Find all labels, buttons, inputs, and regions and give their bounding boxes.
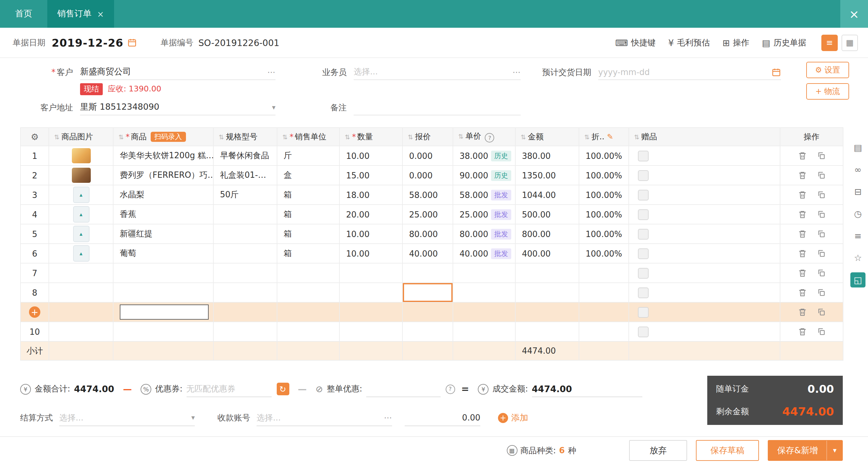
cell-quantity[interactable] [339, 283, 402, 302]
cell-spec[interactable] [213, 283, 277, 302]
cell-unit[interactable]: 箱 [277, 205, 339, 224]
cell-unit[interactable] [277, 322, 339, 341]
cell-spec[interactable]: 早餐休闲食品 [213, 146, 277, 165]
address-field[interactable]: 里斯 18512348090 ▾ [80, 100, 276, 115]
cell-quote[interactable]: 0.000 [402, 146, 453, 165]
cell-unit[interactable]: 箱 [277, 224, 339, 244]
gift-checkbox[interactable] [638, 209, 649, 220]
view-list-toggle[interactable]: ≡ [822, 34, 838, 51]
cell-quantity[interactable]: 10.00 [339, 146, 402, 165]
deal-amount-field[interactable]: 4474.00 [532, 381, 642, 397]
calendar-icon[interactable] [127, 38, 137, 47]
settle-method-select[interactable]: 选择... ▾ [59, 410, 195, 426]
logistics-button[interactable]: +物流 [806, 83, 849, 100]
cell-unit-price[interactable]: 25.000批发 [453, 205, 515, 224]
tab-sales-order[interactable]: 销售订单 × [47, 0, 114, 28]
cell-product-image[interactable]: ▴ [49, 224, 113, 244]
cell-product-image[interactable]: ▴ [49, 244, 113, 263]
view-grid-toggle[interactable]: ▦ [841, 34, 858, 51]
cell-product-image[interactable] [49, 165, 113, 185]
account-more-icon[interactable]: ⋯ [379, 413, 392, 423]
received-amount-field[interactable]: 0.00 [405, 410, 480, 426]
cell-spec[interactable]: 礼盒装01-… [213, 165, 277, 185]
save-options-chevron[interactable]: ▾ [827, 446, 842, 455]
salesman-more-icon[interactable]: ⋯ [507, 67, 521, 76]
tab-home[interactable]: 首页 [0, 0, 47, 28]
chevron-down-icon[interactable]: ▾ [186, 413, 195, 422]
cell-amount[interactable]: 1350.00 [515, 165, 579, 185]
delete-icon[interactable] [798, 327, 807, 336]
sort-icon[interactable]: ⇅ [282, 133, 288, 140]
cell-discount[interactable]: 100.00% [579, 165, 629, 185]
cell-quote[interactable] [402, 263, 453, 283]
cell-unit[interactable] [277, 302, 339, 322]
cell-spec[interactable] [213, 224, 277, 244]
cell-amount[interactable]: 800.00 [515, 224, 579, 244]
cell-quote[interactable] [402, 322, 453, 341]
copy-icon[interactable] [817, 171, 826, 180]
cell-product-image[interactable] [49, 263, 113, 283]
cell-spec[interactable] [213, 205, 277, 224]
salesman-field[interactable]: 选择... ⋯ [353, 64, 521, 80]
customer-more-icon[interactable]: ⋯ [262, 67, 276, 76]
copy-icon[interactable] [817, 269, 826, 277]
cell-quantity[interactable] [339, 263, 402, 283]
add-row-button[interactable]: + [29, 306, 40, 318]
save-draft-button[interactable]: 保存草稿 [696, 440, 759, 461]
link-icon[interactable]: ∞ [850, 162, 866, 177]
sort-icon[interactable]: ⇅ [584, 133, 590, 140]
coupon-field[interactable]: 无匹配优惠券 [186, 381, 271, 397]
cell-spec[interactable] [213, 302, 277, 322]
whole-discount-field[interactable] [366, 381, 440, 397]
sort-icon[interactable]: ⇅ [634, 133, 640, 140]
cell-discount[interactable]: 100.00% [579, 205, 629, 224]
tab-close-icon[interactable]: × [97, 9, 104, 19]
cell-quantity[interactable]: 10.00 [339, 224, 402, 244]
column-settings-icon[interactable]: ⚙ [31, 132, 38, 142]
cell-amount[interactable]: 380.00 [515, 146, 579, 165]
delete-icon[interactable] [798, 190, 807, 199]
copy-icon[interactable] [817, 327, 826, 336]
cell-discount[interactable]: 100.00% [579, 185, 629, 205]
scan-entry-button[interactable]: 扫码录入 [150, 132, 186, 142]
price-source-tag[interactable]: 批发 [491, 189, 511, 200]
operations-button[interactable]: ⊞操作 [722, 37, 749, 48]
help-icon[interactable]: ? [445, 384, 455, 394]
cell-product-image[interactable] [49, 302, 113, 322]
price-source-tag[interactable]: 批发 [491, 228, 511, 239]
account-select[interactable]: 选择... ⋯ [256, 410, 392, 426]
cell-quote[interactable]: 0.000 [402, 165, 453, 185]
cell-quote[interactable]: 58.000 [402, 185, 453, 205]
expand-icon[interactable]: ◱ [850, 272, 866, 287]
form-icon[interactable]: ▤ [850, 140, 866, 155]
cell-product-image[interactable]: ▴ [49, 205, 113, 224]
cell-product-image[interactable]: ▴ [49, 185, 113, 205]
cell-amount[interactable] [515, 302, 579, 322]
sort-icon[interactable]: ⇅ [119, 133, 124, 140]
edit-discount-icon[interactable]: ✎ [607, 132, 613, 141]
cell-unit-price[interactable] [453, 322, 515, 341]
delete-icon[interactable] [798, 308, 807, 316]
cell-discount[interactable] [579, 302, 629, 322]
gift-checkbox[interactable] [638, 307, 649, 317]
refresh-coupon-button[interactable]: ↻ [276, 383, 289, 395]
cell-discount[interactable] [579, 263, 629, 283]
delete-icon[interactable] [798, 229, 807, 238]
cell-quote[interactable] [402, 302, 453, 322]
cell-unit-price[interactable]: 58.000批发 [453, 185, 515, 205]
delivery-date-field[interactable]: yyyy-mm-dd [598, 64, 781, 80]
cell-discount[interactable] [579, 322, 629, 341]
cell-product-name[interactable]: 水晶梨 [113, 185, 213, 205]
copy-icon[interactable] [817, 308, 826, 316]
cell-unit-price[interactable]: 38.000历史 [453, 146, 515, 165]
gift-checkbox[interactable] [638, 170, 649, 181]
cell-quantity[interactable] [339, 302, 402, 322]
copy-icon[interactable] [817, 210, 826, 219]
cell-quantity[interactable]: 15.00 [339, 165, 402, 185]
copy-icon[interactable] [817, 288, 826, 297]
cell-discount[interactable]: 100.00% [579, 146, 629, 165]
cell-quantity[interactable] [339, 322, 402, 341]
sort-icon[interactable]: ⇅ [219, 133, 224, 140]
cell-unit-price[interactable]: 80.000批发 [453, 224, 515, 244]
cell-amount[interactable]: 1044.00 [515, 185, 579, 205]
